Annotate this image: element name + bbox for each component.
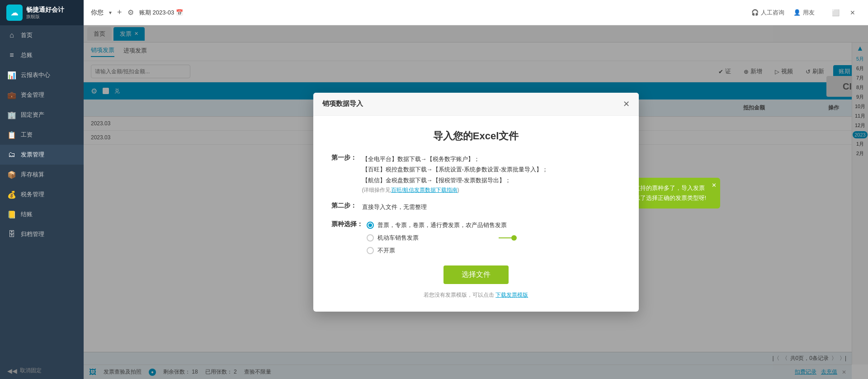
settings-icon[interactable]: ⚙ [127, 8, 134, 17]
download-template-link[interactable]: 下载发票模版 [495, 292, 528, 298]
step2-row: 第二步： 直接导入文件，无需整理 [331, 202, 621, 212]
user-icon: 👤 [793, 9, 801, 16]
sidebar-item-fund[interactable]: 💼 资金管理 [0, 85, 84, 105]
import-modal: 销项数据导入 ✕ 导入您的Excel文件 第一步： 【全电平台】数据下载→【税务… [313, 93, 639, 312]
sidebar: ☁ 畅捷通好会计 旗舰版 ⌂ 首页 ≡ 总账 📊 云报表中心 💼 资金管理 [0, 0, 84, 379]
sidebar-item-assets[interactable]: 🏢 固定资产 [0, 105, 84, 125]
home-icon: ⌂ [7, 31, 16, 40]
tooltip-close[interactable]: ✕ [712, 180, 717, 190]
radio-no-ticket[interactable]: 不开票 [367, 246, 507, 255]
archive-icon: 🗄 [7, 230, 16, 239]
step1-content: 【全电平台】数据下载→【税务数字账户】； 【百旺】税控盘数据下载→【系统设置-系… [362, 154, 548, 195]
radio-motor-circle [367, 234, 374, 242]
report-icon: 📊 [7, 71, 16, 80]
modal-footer-text: 若您没有发票模版，可以点击 下载发票模版 [331, 291, 621, 299]
fund-icon: 💼 [7, 90, 16, 99]
sidebar-item-tax[interactable]: 💰 税务管理 [0, 185, 84, 204]
sidebar-footer[interactable]: ◀◀ 取消固定 [0, 362, 84, 379]
radio-group: 普票，专票，卷票，通行费发票，农产品销售发票 机动车销售发票 [367, 221, 507, 255]
user-menu[interactable]: 👤 用友 [793, 9, 815, 17]
step1-hint: (详细操作见百旺/航信发票数据下载指南) [362, 185, 548, 195]
settle-icon: 📒 [7, 210, 16, 219]
step1-line3: 【航信】金税盘数据下载→【报税管理-发票数据导出】； [362, 175, 548, 185]
account-name: 你您 [91, 9, 104, 17]
sidebar-item-settle[interactable]: 📒 结账 [0, 204, 84, 224]
step2-label: 第二步： [331, 202, 359, 212]
modal-body: 导入您的Excel文件 第一步： 【全电平台】数据下载→【税务数字账户】； 【百… [313, 116, 639, 312]
tax-icon: 💰 [7, 190, 16, 199]
calendar-icon[interactable]: 📅 [176, 9, 183, 16]
logo-text: 畅捷通好会计 旗舰版 [26, 5, 64, 20]
invoice-icon: 🗂 [7, 150, 16, 159]
select-file-button[interactable]: 选择文件 [443, 265, 509, 284]
radio-motor[interactable]: 机动车销售发票 [367, 234, 507, 242]
sidebar-item-home[interactable]: ⌂ 首页 [0, 25, 84, 45]
sidebar-item-invoice[interactable]: 🗂 发票管理 [0, 145, 84, 165]
headset-icon: 🎧 [751, 9, 759, 16]
period-display: 账期 2023-03 📅 [139, 9, 184, 17]
main-content: 你您 ▾ + ⚙ 账期 2023-03 📅 🎧 人工咨询 👤 用友 [84, 0, 868, 379]
maximize-button[interactable]: ⬜ [827, 6, 844, 19]
modal-header: 销项数据导入 ✕ [313, 93, 639, 116]
sidebar-item-archive[interactable]: 🗄 归档管理 [0, 224, 84, 244]
sidebar-item-ledger[interactable]: ≡ 总账 [0, 45, 84, 65]
salary-icon: 📋 [7, 130, 16, 139]
add-button[interactable]: + [117, 8, 122, 17]
step1-row: 第一步： 【全电平台】数据下载→【税务数字账户】； 【百旺】税控盘数据下载→【系… [331, 154, 621, 195]
sidebar-item-report[interactable]: 📊 云报表中心 [0, 65, 84, 85]
step2-content: 直接导入文件，无需整理 [362, 202, 427, 212]
close-window-button[interactable]: ✕ [844, 6, 861, 19]
content-area: 首页 发票 ✕ 销项发票 进项发票 [84, 25, 868, 379]
download-guide-link[interactable]: 百旺/航信发票数据下载指南 [391, 187, 458, 193]
topbar: 你您 ▾ + ⚙ 账期 2023-03 📅 🎧 人工咨询 👤 用友 [84, 0, 868, 25]
radio-no-ticket-circle [367, 247, 374, 254]
modal-big-title: 导入您的Excel文件 [331, 129, 621, 143]
assets-icon: 🏢 [7, 110, 16, 119]
radio-general-circle [367, 222, 374, 229]
sidebar-item-stock[interactable]: 📦 库存核算 [0, 165, 84, 185]
logo-icon: ☁ [6, 5, 23, 21]
service-button[interactable]: 🎧 人工咨询 [751, 9, 784, 17]
tooltip-connector-line [499, 237, 517, 238]
modal-overlay: 销项数据导入 ✕ 导入您的Excel文件 第一步： 【全电平台】数据下载→【税务… [84, 25, 868, 379]
sidebar-scroll: ⌂ 首页 ≡ 总账 📊 云报表中心 💼 资金管理 🏢 固定资产 📋 工资 [0, 25, 84, 362]
account-dropdown-icon[interactable]: ▾ [109, 9, 112, 16]
sidebar-item-salary[interactable]: 📋 工资 [0, 125, 84, 145]
ticket-selection: 票种选择： 普票，专票，卷票，通行费发票，农产品销售发票 机动车销售发票 [331, 219, 621, 255]
sidebar-logo: ☁ 畅捷通好会计 旗舰版 [0, 0, 84, 25]
step1-line1: 【全电平台】数据下载→【税务数字账户】； [362, 154, 548, 164]
step1-label: 第一步： [331, 154, 359, 195]
step1-line2: 【百旺】税控盘数据下载→【系统设置-系统参数设置-发票批量导入】； [362, 164, 548, 175]
stock-icon: 📦 [7, 170, 16, 179]
modal-title: 销项数据导入 [322, 99, 363, 108]
ledger-icon: ≡ [7, 51, 16, 60]
topbar-right: 🎧 人工咨询 👤 用友 [751, 9, 815, 17]
radio-general[interactable]: 普票，专票，卷票，通行费发票，农产品销售发票 [367, 221, 507, 229]
modal-close-button[interactable]: ✕ [623, 99, 630, 109]
page-content: 首页 发票 ✕ 销项发票 进项发票 [84, 25, 868, 379]
ticket-label: 票种选择： [331, 219, 363, 228]
